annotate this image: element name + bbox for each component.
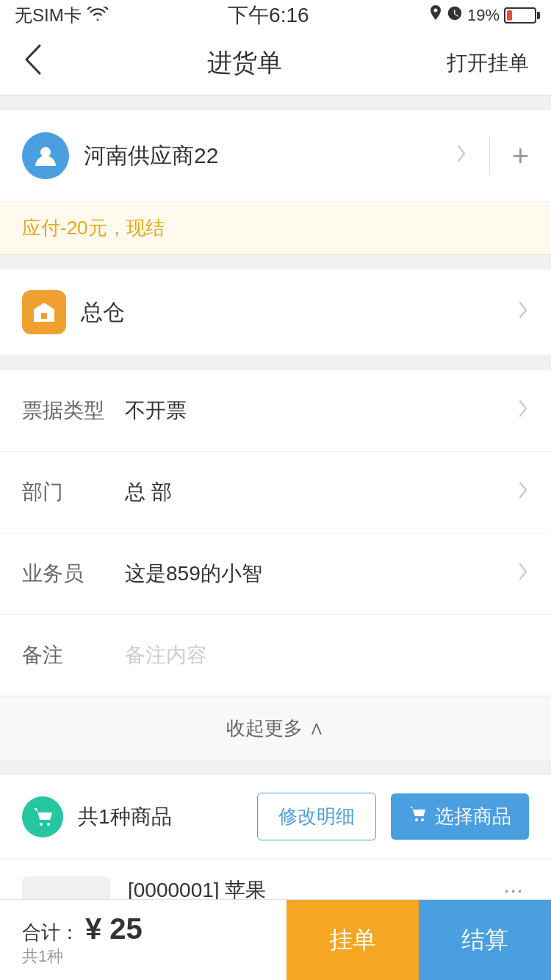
checkout-label: 结算 [461, 924, 508, 956]
products-header: 共1种商品 修改明细 选择商品 [0, 775, 551, 858]
warehouse-icon [22, 290, 66, 334]
select-product-button[interactable]: 选择商品 [391, 793, 529, 840]
back-button[interactable] [22, 43, 43, 83]
supplier-name: 河南供应商22 [84, 141, 455, 171]
warehouse-chevron-icon [517, 300, 529, 325]
department-row[interactable]: 部门 总 部 [0, 451, 551, 533]
battery-icon [504, 7, 536, 24]
products-icon [22, 796, 63, 837]
remark-placeholder: 备注内容 [125, 641, 529, 669]
divider [489, 137, 490, 174]
location-icon [429, 5, 442, 26]
svg-point-2 [47, 823, 50, 826]
select-product-label: 选择商品 [435, 804, 511, 829]
total-section: 合计： ¥ 25 共1种 [0, 900, 287, 980]
hang-button[interactable]: 挂单 [287, 900, 419, 980]
remark-label: 备注 [22, 641, 125, 669]
notice-bar: 应付-20元，现结 [0, 202, 551, 255]
salesperson-label: 业务员 [22, 560, 125, 588]
supplier-chevron-icon [455, 143, 467, 169]
hang-label: 挂单 [329, 924, 376, 956]
svg-point-0 [40, 147, 51, 157]
wifi-icon [87, 5, 108, 26]
remark-row[interactable]: 备注 备注内容 [0, 614, 551, 696]
battery-percent: 19% [467, 6, 500, 25]
status-left: 无SIM卡 [15, 4, 108, 27]
department-label: 部门 [22, 478, 125, 506]
sim-text: 无SIM卡 [15, 4, 82, 27]
section-gap-2 [0, 255, 551, 270]
status-right: 19% [429, 5, 536, 26]
salesperson-value: 这是859的小智 [125, 560, 517, 588]
page-title: 进货单 [207, 46, 282, 80]
ticket-type-row[interactable]: 票据类型 不开票 [0, 370, 551, 451]
warehouse-section: 总仓 [0, 270, 551, 355]
edit-details-button[interactable]: 修改明细 [257, 793, 376, 840]
supplier-section: 河南供应商22 + 应付-20元，现结 [0, 110, 551, 255]
salesperson-row[interactable]: 业务员 这是859的小智 [0, 533, 551, 614]
collapse-button[interactable]: 收起更多 ∧ [0, 696, 551, 760]
products-count: 共1种商品 [78, 803, 242, 831]
section-gap-1 [0, 96, 551, 110]
section-gap-4 [0, 760, 551, 775]
svg-point-4 [421, 818, 424, 821]
checkout-button[interactable]: 结算 [419, 900, 551, 980]
salesperson-chevron-icon [517, 561, 529, 587]
alarm-icon [447, 5, 463, 26]
department-chevron-icon [517, 480, 529, 505]
svg-point-1 [40, 823, 43, 826]
supplier-avatar [22, 132, 69, 179]
total-label: 合计： [22, 920, 79, 945]
bottom-bar: 合计： ¥ 25 共1种 挂单 结算 [0, 899, 551, 980]
warehouse-row[interactable]: 总仓 [0, 270, 551, 355]
svg-point-3 [415, 818, 418, 821]
nav-bar: 进货单 打开挂单 [0, 31, 551, 96]
add-button[interactable]: + [512, 140, 529, 173]
supplier-row[interactable]: 河南供应商22 + [0, 110, 551, 202]
open-hang-button[interactable]: 打开挂单 [447, 49, 529, 77]
notice-text: 应付-20元，现结 [22, 217, 165, 239]
total-amount: ¥ 25 [85, 912, 143, 945]
status-bar: 无SIM卡 下午6:16 19% [0, 0, 551, 31]
status-time: 下午6:16 [228, 1, 309, 29]
department-value: 总 部 [125, 478, 517, 506]
ticket-type-chevron-icon [517, 398, 529, 424]
form-section: 票据类型 不开票 部门 总 部 业务员 这是859的小智 备注 备注内容 [0, 370, 551, 760]
ticket-type-value: 不开票 [125, 397, 517, 425]
section-gap-3 [0, 355, 551, 370]
warehouse-name: 总仓 [81, 298, 517, 328]
cart-icon [408, 805, 429, 828]
total-count: 共1种 [22, 945, 264, 968]
ticket-type-label: 票据类型 [22, 397, 125, 425]
